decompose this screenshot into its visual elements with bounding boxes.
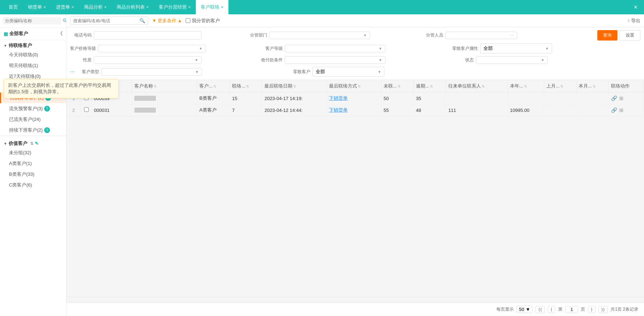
sub-person-select[interactable]: ··· — [445, 32, 517, 39]
row1-grid-icon[interactable]: ⊞ — [619, 95, 624, 101]
last-page-button[interactable]: ⟩⟩ — [598, 306, 608, 313]
row2-last-method: 下销货单 — [326, 104, 381, 116]
sidebar: 🔍 ▦ 全部客户 《 ▼ 待联络客户 今天待联络(0) 明天待联络(1) 近7天… — [0, 14, 66, 316]
nav-product-analysis[interactable]: 商品分析 × — [79, 0, 112, 14]
filter-price-level-field: 客户价格等级 ▼ — [70, 45, 258, 52]
pending-contact-group[interactable]: ▼ 待联络客户 — [0, 40, 66, 49]
sort-icon: ⇅ — [30, 141, 33, 146]
more-conditions-button[interactable]: ▼ 更多条件 ▲ — [152, 18, 182, 24]
value-customer-group[interactable]: ▼ 价值客户 ⇅ ✎ — [0, 138, 66, 147]
customer-level-select[interactable]: ▼ — [285, 45, 385, 52]
last-date-sort-icon: ⇅ — [293, 84, 296, 88]
col-header-this-month[interactable]: 本月... ⇅ — [576, 80, 609, 93]
customer-type-select[interactable]: ▼ — [101, 68, 202, 76]
nav-customer-contact[interactable]: 客户联络 × — [196, 0, 228, 14]
sidebar-today-pending[interactable]: 今天待联络(0) — [0, 49, 66, 60]
export-button[interactable]: ↑ 导出 — [628, 18, 641, 24]
my-customers-checkbox[interactable] — [186, 18, 190, 23]
col-header-unit-contact[interactable]: 往来单位联系人 ⇅ — [446, 80, 508, 93]
nav-product-analysis-close[interactable]: × — [104, 5, 107, 10]
filter-row-3: 性质 ▼ 收付款条件 ▼ 状态 — [70, 56, 640, 64]
prev-page-button[interactable]: ⟨ — [548, 306, 555, 313]
row1-last-method-link[interactable]: 下销货单 — [329, 95, 348, 101]
sidebar-declining[interactable]: 持续下滑客户(2) ? — [0, 125, 66, 136]
sub-dept-select[interactable]: ▼ — [269, 32, 370, 39]
last-month-sort-icon: ⇅ — [560, 84, 563, 88]
customer-level-label: 客户等级 — [261, 46, 283, 52]
first-page-button[interactable]: ⟨⟨ — [536, 306, 545, 313]
sidebar-tomorrow-pending[interactable]: 明天待联络(1) — [0, 60, 66, 71]
col-header-type[interactable]: 客户... ⇅ — [197, 80, 230, 93]
sidebar-class-b[interactable]: B类客户(33) — [0, 169, 66, 180]
row1-link-icon[interactable]: 🔗 — [611, 95, 617, 101]
filter-search-input[interactable] — [73, 18, 138, 23]
horizontal-scrollbar[interactable] — [66, 297, 644, 302]
nav-sales-order-close[interactable]: × — [43, 5, 46, 10]
top-navigation: 首页 销货单 × 进货单 × 商品分析 × 商品分析列表 × 客户分层经营 × … — [0, 0, 644, 14]
filter-phone-field: 电话号码 — [70, 31, 243, 40]
page-number-input[interactable] — [565, 306, 578, 313]
row1-unit-contact — [446, 93, 508, 104]
sidebar-value-section: ▼ 价值客户 ⇅ ✎ 未分组(32) A类客户(1) B类客户(33) C类客户… — [0, 136, 66, 193]
row2-last-method-link[interactable]: 下销货单 — [329, 107, 348, 113]
sidebar-collapse-icon[interactable]: 《 — [58, 30, 62, 37]
retail-customer-select[interactable]: 全部 ▼ — [312, 67, 384, 77]
all-customers-header[interactable]: ▦ 全部客户 《 — [0, 28, 66, 40]
col-header-last-month[interactable]: 上月... ⇅ — [544, 80, 576, 93]
retail-attr-chevron-icon: ▼ — [545, 47, 549, 51]
phone-input[interactable] — [94, 31, 201, 40]
declining-info-icon[interactable]: ? — [44, 127, 50, 133]
filter-sub-dept-field: 分管部门 ▼ — [246, 32, 418, 39]
filter-bar: 🔍 ▼ 更多条件 ▲ 我分管的客户 ↑ 导出 — [66, 14, 644, 27]
filter-search-icon[interactable]: 🔍 — [139, 18, 145, 23]
filter-retail-attr-field: 零散客户属性 全部 ▼ — [452, 43, 640, 53]
close-all-button[interactable]: × — [631, 4, 640, 11]
col-header-last-date[interactable]: 最后联络日期 ⇅ — [262, 80, 327, 93]
nav-customer-contact-close[interactable]: × — [221, 5, 223, 10]
filter-row-4: ··· 客户类型 ▼ 零散客户 全部 ▼ — [70, 67, 640, 77]
row2-checkbox[interactable] — [84, 107, 89, 112]
my-customers-checkbox-label[interactable]: 我分管的客户 — [186, 18, 220, 24]
row2-name-blurred — [134, 108, 156, 113]
gender-select[interactable]: ▼ — [94, 56, 201, 64]
filter-dots[interactable]: ··· — [70, 69, 75, 75]
next-page-button[interactable]: ⟩ — [588, 306, 596, 313]
nav-purchase-order[interactable]: 进货单 × — [51, 0, 79, 14]
col-header-name[interactable]: 客户名称 ⇅ — [132, 80, 197, 93]
nav-product-analysis-list[interactable]: 商品分析列表 × — [112, 0, 154, 14]
nav-sales-order[interactable]: 销货单 × — [23, 0, 51, 14]
sidebar-ungrouped[interactable]: 未分组(32) — [0, 147, 66, 158]
col-header-this-year[interactable]: 本年... ⇅ — [508, 80, 544, 93]
col-header-overdue[interactable]: 逾期... ⇅ — [414, 80, 446, 93]
query-button[interactable]: 查询 — [597, 30, 617, 41]
per-page-select[interactable]: 50 ▼ — [516, 306, 533, 313]
sidebar-search-icon[interactable]: 🔍 — [62, 18, 66, 24]
nav-customer-tiered-close[interactable]: × — [188, 5, 191, 10]
status-select[interactable]: ▼ — [476, 56, 548, 64]
col-header-contact[interactable]: 联络... ⇅ — [230, 80, 262, 93]
value-edit-icon[interactable]: ✎ — [35, 141, 38, 146]
settings-button[interactable]: 设置 — [620, 30, 640, 41]
col-header-unpaid[interactable]: 未联... ⇅ — [381, 80, 413, 93]
sidebar-search-input[interactable] — [3, 17, 61, 24]
row1-last-method: 下销货单 — [326, 93, 381, 104]
sidebar-class-c[interactable]: C类客户(6) — [0, 180, 66, 190]
payment-select[interactable]: ▼ — [285, 56, 385, 64]
col-header-last-method[interactable]: 最后联络方式 ⇅ — [326, 80, 381, 93]
row2-grid-icon[interactable]: ⊞ — [619, 107, 624, 113]
row2-link-icon[interactable]: 🔗 — [611, 107, 617, 113]
nav-purchase-order-close[interactable]: × — [71, 5, 74, 10]
retail-attr-select[interactable]: 全部 ▼ — [480, 43, 552, 53]
row1-this-month — [576, 93, 609, 104]
nav-home[interactable]: 首页 — [4, 0, 23, 14]
status-chevron-icon: ▼ — [541, 58, 545, 62]
sidebar-class-a[interactable]: A类客户(1) — [0, 158, 66, 169]
price-level-select[interactable]: ▼ — [98, 45, 206, 52]
lost-prediction-info-icon[interactable]: ? — [44, 106, 50, 112]
nav-product-analysis-list-close[interactable]: × — [146, 5, 149, 10]
customer-table: ⚙ 客户编码 ⇅ 客户名称 — [66, 80, 644, 116]
sidebar-lost-prediction[interactable]: 流失预警客户(3) ? — [0, 103, 66, 114]
row1-contact: 15 — [230, 93, 262, 104]
nav-customer-tiered[interactable]: 客户分层经营 × — [154, 0, 196, 14]
sidebar-lost[interactable]: 已流失客户(24) — [0, 114, 66, 125]
